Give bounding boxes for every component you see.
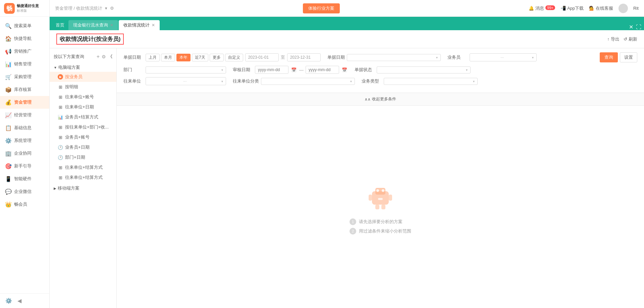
salesman-date-icon: 🕐 xyxy=(58,145,63,150)
date-btn-this-year[interactable]: 本年 xyxy=(176,54,191,61)
sidebar-item-operations[interactable]: 📈 经营管理 xyxy=(0,109,49,121)
search-menu-icon: 🔍 xyxy=(5,23,11,29)
sidebar-logo: 畅 畅捷通好生意 标准版 xyxy=(0,0,49,17)
sidebar-item-quick-nav[interactable]: 🏠 快捷导航 xyxy=(0,32,49,45)
scheme-item-by-salesman[interactable]: ▶ 按业务员 xyxy=(50,72,116,82)
settings-footer-icon[interactable]: ⚙️ xyxy=(5,298,12,304)
filter-row-1: 单据日期 上月 本月 本年 近7天 更多 自定义 至 xyxy=(123,52,637,62)
sidebar-item-system[interactable]: ⚙️ 系统管理 xyxy=(0,134,49,147)
scheme-item-unit-settle1[interactable]: ⊞ 往来单位+结算方式 xyxy=(50,162,116,172)
scheme-group-mobile-title[interactable]: ▶ 移动端方案 xyxy=(50,184,116,193)
biz-type-select[interactable]: ▾ xyxy=(384,78,478,85)
salesman-settle-icon: 📊 xyxy=(58,114,63,120)
sidebar-item-label: 企业微信 xyxy=(14,189,32,195)
sidebar-item-wechat[interactable]: 💬 企业微信 xyxy=(0,185,49,198)
tab-bar: 首页 现金银行流水查询 ✕ 收款情况统计 ✕ ✕ ⛶ xyxy=(50,17,644,30)
salesman-label: 业务员 xyxy=(447,54,468,60)
scheme-item-salesman-date[interactable]: 🕐 业务员+日期 xyxy=(50,142,116,152)
tab-collection-stats-close-icon[interactable]: ✕ xyxy=(152,23,155,28)
query-button[interactable]: 查询 xyxy=(600,52,618,62)
page-title: 收款情况统计(按业务员) xyxy=(56,34,124,45)
sidebar-item-guide[interactable]: 🎯 新手引导 xyxy=(0,160,49,172)
sidebar-item-hardware[interactable]: 📱 智能硬件 xyxy=(0,172,49,185)
refresh-button[interactable]: ↺ 刷新 xyxy=(624,36,637,42)
sidebar-item-label: 新手引导 xyxy=(14,163,32,169)
scheme-item-unit-account[interactable]: ⊞ 往来单位+账号 xyxy=(50,92,116,102)
purchase-icon: 🛒 xyxy=(5,74,11,80)
scheme-item-salesman-settle[interactable]: 📊 业务员+结算方式 xyxy=(50,112,116,122)
review-date-to-input[interactable] xyxy=(306,66,339,74)
date-btn-last-month[interactable]: 上月 xyxy=(146,54,160,61)
review-date-cal-to[interactable]: 📅 xyxy=(342,67,347,72)
sidebar-item-sales[interactable]: 📊 销售管理 xyxy=(0,58,49,70)
tab-collection-stats[interactable]: 收款情况统计 ✕ xyxy=(119,20,160,30)
export-button[interactable]: ↑ 导出 xyxy=(607,36,620,42)
scheme-collapse-icon[interactable]: 《 xyxy=(108,54,112,60)
header-gear-icon[interactable]: ⚙ xyxy=(110,6,114,11)
review-date-from-input[interactable] xyxy=(255,66,288,74)
online-service-item[interactable]: 💁 在线客服 xyxy=(589,5,613,11)
header-center: 体验行业方案 xyxy=(303,3,340,13)
wechat-icon: 💬 xyxy=(5,189,11,195)
add-scheme-icon[interactable]: + xyxy=(97,54,100,60)
sidebar-item-finance[interactable]: 💰 资金管理 xyxy=(0,96,49,109)
scheme-item-dept-date[interactable]: 🕐 部门+日期 xyxy=(50,152,116,162)
export-label: 导出 xyxy=(611,36,620,42)
scheme-item-unit-settle2[interactable]: ⊞ 往来单位+结算方式 xyxy=(50,172,116,183)
breadcrumb-dropdown-icon[interactable]: ▾ xyxy=(105,6,107,11)
scheme-item-unit-dept-collect[interactable]: ⊞ 按往来单位+部门+收... xyxy=(50,122,116,132)
tab-close-all-icon[interactable]: ✕ xyxy=(629,24,633,30)
filter-unit-classify-item: 往来单位分类 ▾ xyxy=(233,78,355,85)
logo-app-name: 畅捷通好生意 xyxy=(17,3,39,8)
unit-select[interactable]: ··· ▾ xyxy=(146,77,226,85)
collapse-sidebar-icon[interactable]: ◀ xyxy=(17,298,21,304)
tab-bank-flow-close-icon[interactable]: ✕ xyxy=(110,23,113,28)
dept-filter-label: 部门 xyxy=(123,67,144,73)
notification-icon: 🔔 xyxy=(529,6,534,11)
svg-rect-8 xyxy=(381,205,385,209)
salesman-select[interactable]: ··· ▾ xyxy=(470,53,537,61)
scheme-settings-icon[interactable]: ⚙ xyxy=(102,54,106,59)
left-panel-actions: + ⚙ 《 xyxy=(97,54,112,60)
unit-account-icon: ⊞ xyxy=(58,94,63,100)
date-to-input[interactable] xyxy=(287,53,321,61)
tab-home[interactable]: 首页 xyxy=(52,20,68,30)
scheme-item-unit-date[interactable]: ⊞ 往来单位+日期 xyxy=(50,102,116,112)
scheme-group-desktop-title[interactable]: ▼ 电脑端方案 xyxy=(50,63,116,72)
date-btn-7days[interactable]: 近7天 xyxy=(192,54,208,61)
sidebar-item-marketing[interactable]: 📢 营销推广 xyxy=(0,45,49,58)
sidebar-item-inventory[interactable]: 📦 库存核算 xyxy=(0,83,49,96)
header-left: 资金管理 / 收款情况统计 ▾ ⚙ xyxy=(55,5,114,11)
scheme-item-by-detail[interactable]: ⊞ 按明细 xyxy=(50,82,116,92)
marketing-icon: 📢 xyxy=(5,48,11,54)
doc-status-select[interactable]: ▾ xyxy=(377,66,471,73)
date-from-input[interactable] xyxy=(245,53,279,61)
logo-text-block: 畅捷通好生意 标准版 xyxy=(17,3,39,13)
date-btn-custom[interactable]: 自定义 xyxy=(225,54,243,61)
date-btn-more[interactable]: 更多 xyxy=(210,54,224,61)
filter-biz-type-item: 业务类型 ▾ xyxy=(362,78,478,85)
date-btn-this-month[interactable]: 本月 xyxy=(161,54,175,61)
empty-steps: 1 请先选择要分析的方案 2 用过滤条件来缩小分析范围 xyxy=(350,218,411,235)
notification-item[interactable]: 🔔 消息 99+ xyxy=(529,5,555,11)
sidebar-item-basic-info[interactable]: 📋 基础信息 xyxy=(0,121,49,134)
tab-maximize-icon[interactable]: ⛶ xyxy=(636,24,641,30)
sidebar-item-enterprise[interactable]: 🏢 企业协同 xyxy=(0,147,49,160)
user-avatar[interactable] xyxy=(619,4,628,13)
dept-select[interactable]: ▾ xyxy=(146,66,226,73)
scheme-item-salesman-account[interactable]: ⊞ 业务员+账号 xyxy=(50,132,116,142)
sidebar-item-purchase[interactable]: 🛒 采购管理 xyxy=(0,70,49,83)
doc-type-select[interactable]: ▾ xyxy=(347,54,441,61)
date-quick-btns-group: 上月 本月 本年 近7天 更多 自定义 xyxy=(146,54,243,61)
trial-button[interactable]: 体验行业方案 xyxy=(303,3,340,13)
unit-classify-select[interactable]: ▾ xyxy=(261,78,355,85)
app-download-item[interactable]: 📲 App下载 xyxy=(560,5,584,11)
sidebar-item-label: 营销推广 xyxy=(14,48,32,54)
tab-bank-flow[interactable]: 现金银行流水查询 ✕ xyxy=(68,20,118,30)
settings-button[interactable]: 设置 xyxy=(620,52,637,62)
collapse-bar[interactable]: ∧∧ 收起更多条件 xyxy=(117,93,644,106)
sidebar-item-member[interactable]: 👑 畅会员 xyxy=(0,198,49,211)
review-date-cal-from[interactable]: 📅 xyxy=(291,67,297,72)
filter-date-item: 单据日期 上月 本月 本年 近7天 更多 自定义 至 xyxy=(123,53,321,61)
sidebar-item-search-menu[interactable]: 🔍 搜索菜单 xyxy=(0,19,49,32)
